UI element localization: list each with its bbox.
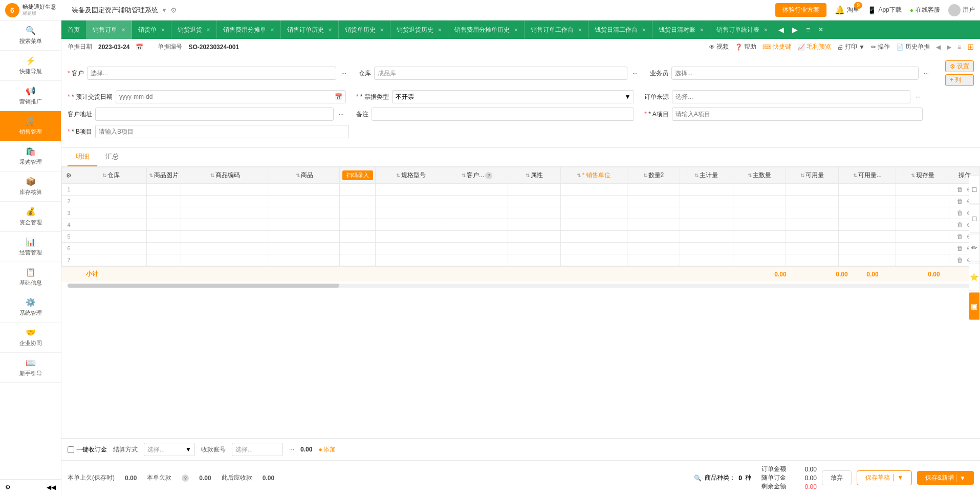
col-attr[interactable]: ⇅ 属性 [508, 167, 560, 184]
industry-solution-btn[interactable]: 体验行业方案 [775, 3, 826, 17]
tab-fee-history-close[interactable]: ✕ [514, 27, 518, 33]
sidebar-item-guide[interactable]: 📖 新手引导 [0, 353, 61, 383]
tab-return-history[interactable]: 销货退货历史 ✕ [390, 20, 448, 39]
auto-collect-checkbox[interactable] [68, 446, 74, 453]
save-draft-btn[interactable]: 保存草稿 ▼ [857, 470, 912, 485]
col-qty2[interactable]: ⇅ 数量2 [627, 167, 680, 184]
tab-return-history-close[interactable]: ✕ [438, 27, 442, 33]
payment-ellipsis[interactable]: ··· [289, 446, 294, 453]
float-btn-3[interactable]: ✏ [969, 233, 980, 262]
b-project-input[interactable] [95, 125, 349, 138]
col-sku[interactable]: ⇅ 商品编码 [181, 167, 269, 184]
row-delete-6[interactable]: 🗑 [956, 245, 964, 252]
tab-next-btn[interactable]: ▶ [788, 20, 802, 39]
row-delete-3[interactable]: 🗑 [956, 209, 964, 217]
profit-btn[interactable]: 📈 毛利预览 [797, 42, 831, 51]
add-payment-btn[interactable]: ● 添加 [318, 445, 335, 454]
tab-detail[interactable]: 明细 [68, 148, 97, 166]
view-btn[interactable]: 👁 视频 [709, 42, 729, 51]
a-project-input[interactable] [672, 107, 923, 121]
warehouse-input[interactable] [374, 67, 627, 80]
col-warehouse[interactable]: ⇅ 仓库 [76, 167, 147, 184]
col-stock[interactable]: ⇅ 现存量 [896, 167, 949, 184]
sidebar-item-inventory[interactable]: 📦 库存核算 [0, 171, 61, 202]
customer-more-btn[interactable]: ··· [339, 70, 349, 77]
tab-summary[interactable]: 汇总 [97, 148, 127, 166]
operations-btn[interactable]: ✏ 操作 [871, 42, 890, 51]
nav-prev-doc[interactable]: ◀ [936, 44, 941, 51]
notification-btn[interactable]: 🔔 9 淘里 [835, 5, 859, 15]
tab-sales-return-close[interactable]: ✕ [206, 27, 210, 33]
col-main-qty[interactable]: ⇅ 主数量 [733, 167, 786, 184]
tab-sales-fee-close[interactable]: ✕ [270, 27, 274, 33]
row-delete-2[interactable]: 🗑 [956, 198, 964, 205]
save-draft-dropdown-icon[interactable]: ▼ [894, 474, 903, 481]
online-service-btn[interactable]: ● 在线客服 [910, 6, 940, 14]
tab-daily-workbench-close[interactable]: ✕ [642, 27, 646, 33]
tab-daily-reconcile-close[interactable]: ✕ [700, 27, 704, 33]
sidebar-settings-icon[interactable]: ⚙ [5, 484, 11, 491]
tab-daily-reconcile[interactable]: 钱货日清对账 ✕ [652, 20, 710, 39]
sidebar-item-search[interactable]: 🔍 搜索菜单 [0, 20, 61, 51]
sidebar-item-operations[interactable]: 📊 经营管理 [0, 232, 61, 262]
view-switch-icon[interactable]: ≡ [957, 44, 961, 51]
tab-prev-btn[interactable]: ◀ [774, 20, 788, 39]
sidebar-item-finance[interactable]: 💰 资金管理 [0, 202, 61, 232]
salesperson-more-btn[interactable]: ··· [922, 70, 931, 77]
sidebar-item-quicknav[interactable]: ⚡ 快捷导航 [0, 51, 61, 81]
tab-sales-history-close[interactable]: ✕ [328, 27, 332, 33]
delivery-date-input[interactable] [119, 93, 335, 100]
sidebar-item-corp[interactable]: 🤝 企业协同 [0, 322, 61, 353]
tab-sales-stats[interactable]: 销售订单统计表 ✕ [710, 20, 774, 39]
float-btn-5[interactable]: ▣ [969, 292, 980, 320]
tab-close-all-btn[interactable]: ✕ [814, 20, 827, 39]
tab-sales-workbench-close[interactable]: ✕ [578, 27, 582, 33]
maximize-icon[interactable]: ⊞ [967, 42, 974, 52]
sidebar-item-system[interactable]: ⚙️ 系统管理 [0, 292, 61, 322]
tab-fee-history[interactable]: 销售费用分摊单历史 ✕ [448, 20, 525, 39]
col-unit[interactable]: ⇅ * 销售单位 [561, 167, 627, 184]
shortcut-btn[interactable]: ⌨ 快捷键 [763, 42, 791, 51]
invoice-select[interactable]: 不开票 ▼ [392, 90, 635, 103]
float-btn-2[interactable]: □ [969, 204, 980, 232]
app-download-btn[interactable]: 📱 App下载 [867, 6, 901, 14]
tab-sales-bill-close[interactable]: ✕ [161, 27, 165, 33]
order-source-input[interactable] [672, 90, 910, 103]
tab-sales-order-close[interactable]: ✕ [121, 27, 125, 33]
payment-method-select[interactable]: 选择... ▼ [144, 443, 195, 456]
tab-daily-workbench[interactable]: 钱货日清工作台 ✕ [589, 20, 652, 39]
tab-menu-btn[interactable]: ≡ [802, 20, 814, 39]
col-main-unit[interactable]: ⇅ 主计量 [680, 167, 733, 184]
tab-home[interactable]: 首页 [61, 20, 86, 39]
remarks-input[interactable] [372, 107, 635, 121]
col-avail2[interactable]: ⇅ 可用量... [839, 167, 896, 184]
col-spec[interactable]: ⇅ 规格型号 [376, 167, 446, 184]
sidebar-collapse-icon[interactable]: ◀◀ [47, 484, 56, 491]
nav-next-doc[interactable]: ▶ [947, 44, 951, 51]
settings-icon[interactable]: ⚙ [170, 6, 177, 14]
col-image[interactable]: ⇅ 商品图片 [146, 167, 181, 184]
col-product[interactable]: ⇅ 商品 [269, 167, 340, 184]
float-btn-4[interactable]: ⭐ [969, 263, 980, 291]
tab-sales-bill[interactable]: 销货单 ✕ [132, 20, 171, 39]
save-new-btn[interactable]: 保存&新增 ▼ [917, 471, 974, 485]
tab-sales-bill-history[interactable]: 销货单历史 ✕ [339, 20, 390, 39]
discard-btn[interactable]: 放弃 [822, 470, 852, 485]
tab-sales-stats-close[interactable]: ✕ [764, 27, 768, 33]
sidebar-item-basic[interactable]: 📋 基础信息 [0, 262, 61, 292]
float-btn-1[interactable]: □ [969, 175, 980, 203]
scan-enter-btn[interactable]: 扫码录入 [342, 170, 373, 180]
horizontal-scrollbar[interactable] [68, 284, 974, 288]
col-settings[interactable]: ⚙ [62, 167, 76, 184]
add-column-btn[interactable]: + 列 [945, 74, 974, 86]
tab-sales-order[interactable]: 销售订单 ✕ [86, 20, 132, 39]
print-btn[interactable]: 🖨 打印 ▼ [837, 42, 865, 51]
row-delete-5[interactable]: 🗑 [956, 233, 964, 240]
col-avail[interactable]: ⇅ 可用量 [786, 167, 838, 184]
settings-config-btn[interactable]: ⚙ 设置 [945, 60, 974, 72]
sidebar-item-purchase[interactable]: 🛍️ 采购管理 [0, 141, 61, 171]
tab-sales-fee[interactable]: 销售费用分摊单 ✕ [217, 20, 281, 39]
tab-sales-return[interactable]: 销货退货 ✕ [171, 20, 217, 39]
help-btn[interactable]: ❓ 帮助 [735, 42, 756, 51]
customer-input[interactable] [87, 67, 336, 80]
